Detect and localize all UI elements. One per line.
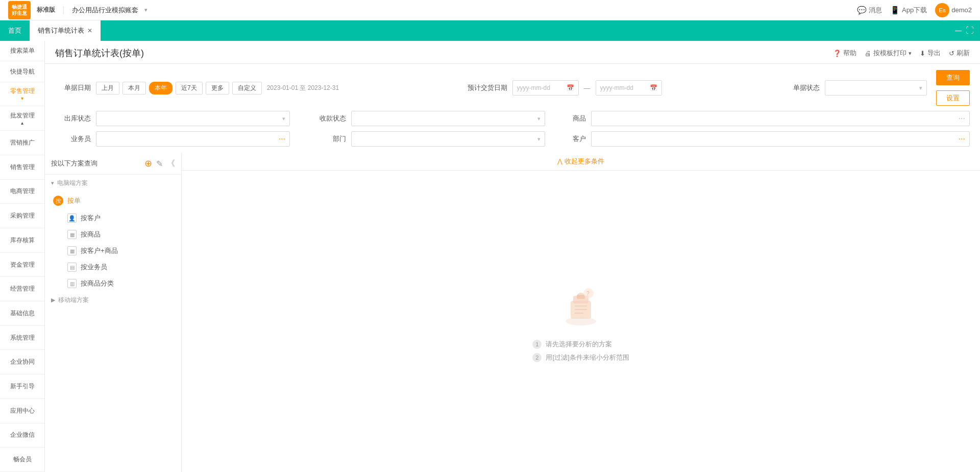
- message-icon: 💬: [857, 6, 867, 15]
- topbar-right: 💬 消息 📱 App下载 Ea demo2: [857, 3, 972, 17]
- sidebar-item-marketing[interactable]: 营销推广: [0, 131, 44, 155]
- receive-status-select[interactable]: ▾: [351, 111, 545, 126]
- tip-text-2: 用[过滤]条件来缩小分析范围: [546, 353, 629, 362]
- left-panel-header: 按以下方案查询 ⊕ ✎ 《: [45, 153, 181, 175]
- sidebar-item-enterprise[interactable]: 企业协同: [0, 350, 44, 374]
- goods-input[interactable]: ···: [591, 111, 970, 126]
- message-label: 消息: [869, 6, 882, 15]
- sidebar-search[interactable]: 搜索菜单: [0, 41, 44, 61]
- sidebar-item-member[interactable]: 畅会员: [0, 447, 44, 472]
- settings-button[interactable]: 设置: [936, 90, 970, 106]
- staff-more-icon: ···: [279, 134, 285, 144]
- sidebar-item-purchase[interactable]: 采购管理: [0, 204, 44, 228]
- tree-item-by-staff[interactable]: ▤ 按业务员: [45, 259, 181, 275]
- tree-item-by-customer-goods[interactable]: ▦ 按客户+商品: [45, 243, 181, 259]
- chevron-up-icon: ⋀: [557, 158, 562, 165]
- nav-tabs: 首页 销售订单统计表 ✕ ─ ⛶: [0, 20, 980, 41]
- sidebar-item-operation[interactable]: 经营管理: [0, 277, 44, 301]
- out-status-select[interactable]: ▾: [96, 111, 290, 126]
- sidebar-item-finance[interactable]: 资金管理: [0, 253, 44, 277]
- app-download-button[interactable]: 📱 App下载: [890, 6, 927, 15]
- tab-close-icon[interactable]: ✕: [87, 27, 92, 34]
- sidebar-item-system[interactable]: 系统管理: [0, 326, 44, 350]
- expected-date-label: 预计交货日期: [461, 83, 507, 92]
- print-button[interactable]: 🖨 按模板打印 ▾: [865, 49, 912, 58]
- sidebar-item-sales[interactable]: 销售管理: [0, 155, 44, 180]
- maximize-icon[interactable]: ⛶: [966, 26, 974, 35]
- minimize-icon[interactable]: ─: [955, 26, 962, 36]
- query-button[interactable]: 查询: [936, 70, 970, 85]
- tab-expand-area: ─ ⛶: [955, 26, 980, 36]
- apps-label: 应用中心: [10, 407, 35, 415]
- by-customer-goods-icon: ▦: [67, 246, 77, 255]
- sidebar-quick-nav[interactable]: 快捷导航: [0, 61, 44, 82]
- tab-home[interactable]: 首页: [0, 20, 30, 41]
- export-label: 导出: [927, 49, 941, 58]
- tab-sales-order[interactable]: 销售订单统计表 ✕: [30, 20, 101, 41]
- company-title: 办公用品行业模拟账套: [72, 6, 138, 15]
- by-staff-icon: ▤: [67, 263, 77, 272]
- date-btn-more[interactable]: 更多: [206, 82, 229, 95]
- home-label: 首页: [8, 26, 21, 35]
- date-btn-this-month[interactable]: 本月: [122, 82, 146, 95]
- message-button[interactable]: 💬 消息: [857, 6, 882, 15]
- sidebar: 搜索菜单 快捷导航 零售管理 ▾ 批发管理 ▴ 营销推广 销售管理 电商管理 采…: [0, 41, 45, 472]
- sidebar-item-basic[interactable]: 基础信息: [0, 301, 44, 326]
- dept-select[interactable]: ▾: [351, 131, 545, 147]
- left-panel-actions: ⊕ ✎ 《: [144, 158, 175, 169]
- dept-arrow: ▾: [537, 136, 541, 143]
- refresh-button[interactable]: ↺ 刷新: [949, 49, 970, 58]
- help-label: 帮助: [843, 49, 856, 58]
- company-dropdown-icon[interactable]: ▾: [144, 7, 148, 13]
- date-btn-this-year[interactable]: 本年: [149, 82, 173, 95]
- by-order-label: 按单: [67, 196, 81, 205]
- tree-item-by-customer[interactable]: 👤 按客户: [45, 210, 181, 226]
- expected-date-end[interactable]: yyyy-mm-dd 📅: [596, 80, 662, 96]
- date-btn-last-month[interactable]: 上月: [96, 82, 119, 95]
- print-dropdown-icon: ▾: [909, 50, 912, 57]
- pc-section-arrow: ▾: [51, 180, 54, 186]
- tree-item-by-order[interactable]: 按 按单: [45, 192, 181, 210]
- status-select[interactable]: ▾: [825, 80, 927, 96]
- sidebar-item-inventory[interactable]: 库存核算: [0, 228, 44, 253]
- staff-label: 业务员: [55, 134, 91, 144]
- date-btn-custom[interactable]: 自定义: [232, 82, 262, 95]
- tree-item-by-goods[interactable]: ▦ 按商品: [45, 226, 181, 243]
- sidebar-item-guide[interactable]: 新手引导: [0, 374, 44, 399]
- user-avatar-area[interactable]: Ea demo2: [935, 3, 972, 17]
- empty-tip-1: 1 请先选择要分析的方案: [532, 340, 629, 349]
- system-label: 系统管理: [10, 334, 35, 342]
- date-btn-7days[interactable]: 近7天: [176, 82, 203, 95]
- retail-label: 零售管理: [10, 87, 35, 96]
- goods-label: 商品: [566, 114, 586, 123]
- wholesale-arrow-icon: ▴: [21, 120, 23, 126]
- tree-item-by-category[interactable]: ▥ 按商品分类: [45, 275, 181, 292]
- collapse-left-icon[interactable]: 《: [167, 158, 175, 169]
- help-button[interactable]: ❓ 帮助: [833, 49, 856, 58]
- collapse-bar[interactable]: ⋀ 收起更多条件: [182, 153, 980, 171]
- app-label: App下载: [902, 6, 927, 15]
- page-header: 销售订单统计表(按单) ❓ 帮助 🖨 按模板打印 ▾ ⬇ 导出 ↺ 刷新: [45, 41, 980, 64]
- sidebar-item-wechat[interactable]: 企业微信: [0, 423, 44, 448]
- date-end-placeholder: yyyy-mm-dd: [600, 84, 633, 91]
- pc-section[interactable]: ▾ 电脑端方案: [45, 175, 181, 192]
- add-scheme-icon[interactable]: ⊕: [144, 158, 152, 169]
- empty-tip-2: 2 用[过滤]条件来缩小分析范围: [532, 353, 629, 362]
- member-label: 畅会员: [13, 455, 32, 464]
- sidebar-item-ecommerce[interactable]: 电商管理: [0, 180, 44, 204]
- customer-input[interactable]: ···: [591, 131, 970, 147]
- staff-input[interactable]: ···: [96, 131, 290, 147]
- sidebar-item-wholesale[interactable]: 批发管理 ▴: [0, 106, 44, 131]
- receive-status-arrow: ▾: [537, 115, 541, 122]
- export-button[interactable]: ⬇ 导出: [920, 49, 941, 58]
- sidebar-item-apps[interactable]: 应用中心: [0, 399, 44, 423]
- out-status-label: 出库状态: [55, 114, 91, 123]
- print-label: 按模板打印: [873, 49, 906, 58]
- expected-date-start[interactable]: yyyy-mm-dd 📅: [512, 80, 579, 96]
- sidebar-item-retail[interactable]: 零售管理 ▾: [0, 82, 44, 107]
- mobile-section[interactable]: ▶ 移动端方案: [45, 292, 181, 309]
- svg-rect-4: [577, 295, 585, 299]
- edit-scheme-icon[interactable]: ✎: [156, 159, 163, 169]
- split-layout: 按以下方案查询 ⊕ ✎ 《 ▾ 电脑端方案 按 按单: [45, 153, 980, 472]
- divider: [63, 6, 64, 14]
